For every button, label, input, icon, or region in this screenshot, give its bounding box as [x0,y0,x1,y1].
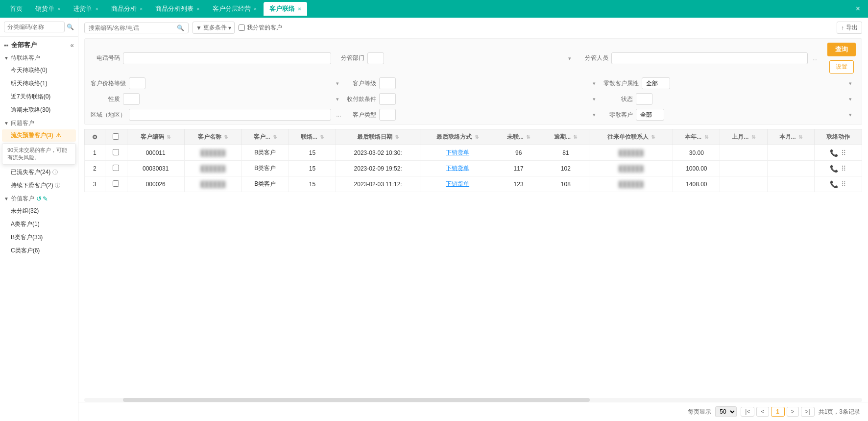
action-phone-icon[interactable]: 📞 [830,149,838,157]
sidebar-item-a-class[interactable]: A类客户(1) [2,218,76,230]
row-last-method[interactable]: 下销货单 [420,161,495,176]
col-last-date[interactable]: 最后联络日期 ⇅ [336,129,420,145]
level-select[interactable] [379,77,396,89]
col-name[interactable]: 客户名称 ⇅ [184,129,241,145]
payment-select[interactable] [379,93,396,105]
zero-customer-select[interactable]: 全部 [636,109,664,121]
status-select[interactable] [636,93,652,105]
col-this-year[interactable]: 本年... ⇅ [673,129,720,145]
row-last-method[interactable]: 下销货单 [420,145,495,161]
my-customers-checkbox-label[interactable]: 我分管的客户 [239,24,282,32]
action-more-icon[interactable]: ⠿ [841,180,846,188]
close-product-analysis-list[interactable]: × [196,2,199,16]
col-last-month[interactable]: 上月... ⇅ [720,129,767,145]
edit-value-icon[interactable]: ✎ [43,195,48,202]
sidebar-group-pending[interactable]: ▼ 待联络客户 [0,51,78,64]
customer-type-select[interactable] [379,109,396,121]
refresh-value-icon[interactable]: ↺ [36,195,42,202]
sidebar-item-overdue[interactable]: 逾期未联络(30) [2,104,76,116]
action-phone-icon[interactable]: 📞 [830,165,838,173]
row-contact-person: ██████ [589,161,673,176]
action-more-icon[interactable]: ⠿ [841,149,846,157]
sidebar-search-input[interactable] [4,22,65,32]
col-unlinked-days[interactable]: 未联... ⇅ [495,129,542,145]
sidebar-item-churn-warning[interactable]: 流失预警客户(3) ⚠ [2,129,76,142]
col-settings-btn[interactable]: ⚙ [85,129,105,145]
region-input[interactable] [129,109,331,121]
staff-more-icon[interactable]: ... [811,55,820,62]
row-checkbox-cell[interactable] [105,161,127,176]
tab-purchase-order[interactable]: 进货单 × [67,2,104,16]
select-all-checkbox[interactable] [113,133,119,140]
row-last-method[interactable]: 下销货单 [420,176,495,192]
sidebar-item-7days[interactable]: 近7天待联络(0) [2,91,76,103]
nature-field: 性质 [91,93,343,105]
sidebar-item-churned[interactable]: 已流失客户(24) ⓘ [2,166,76,178]
sidebar-item-declining[interactable]: 持续下滑客户(2) ⓘ [2,179,76,192]
prev-page-btn[interactable]: < [756,407,769,417]
row-checkbox-1[interactable] [113,165,119,171]
page-navigation: |< < 1 > >| [741,407,814,417]
next-page-btn[interactable]: > [787,407,799,417]
horizontal-scrollbar[interactable] [84,398,862,402]
col-contact-count[interactable]: 联络... ⇅ [289,129,336,145]
nature-select[interactable] [123,93,140,105]
close-purchase-order[interactable]: × [95,2,98,16]
tab-home[interactable]: 首页 [4,2,28,16]
settings-button[interactable]: 设置 [829,60,854,74]
col-last-method[interactable]: 最后联络方式 ⇅ [420,129,495,145]
zero-customer-field: 零散客户 全部 [603,109,856,121]
col-this-month[interactable]: 本月... ⇅ [767,129,814,145]
tab-customer-contact[interactable]: 客户联络 × [264,2,307,16]
sidebar-item-b-class[interactable]: B类客户(33) [2,231,76,244]
sidebar-group-problem[interactable]: ▼ 问题客户 [0,117,78,129]
region-more-icon[interactable]: ... [334,111,343,118]
col-code[interactable]: 客户编码 ⇅ [127,129,184,145]
row-unlinked: 123 [495,176,542,192]
sidebar-collapse-icon[interactable]: « [70,41,74,49]
first-page-btn[interactable]: |< [741,407,754,417]
sidebar-item-tomorrow[interactable]: 明天待联络(1) [2,77,76,90]
col-contact-person[interactable]: 往来单位联系人 ⇅ [589,129,673,145]
page-size-select[interactable]: 50 [715,406,737,417]
row-checkbox-cell[interactable] [105,145,127,161]
close-customer-contact[interactable]: × [298,2,301,16]
col-checkbox-all[interactable] [105,129,127,145]
col-overdue[interactable]: 逾期... ⇅ [542,129,589,145]
sidebar-group-value[interactable]: ▼ 价值客户 ↺ ✎ [0,192,78,204]
my-customers-checkbox[interactable] [239,25,245,31]
scrollbar-thumb[interactable] [123,398,590,402]
export-button[interactable]: ↑ 导出 [837,22,862,34]
row-checkbox-cell[interactable] [105,176,127,192]
action-more-icon[interactable]: ⠿ [841,165,846,173]
tab-product-analysis[interactable]: 商品分析 × [105,2,148,16]
action-phone-icon[interactable]: 📞 [830,180,838,188]
sidebar-item-ungrouped[interactable]: 未分组(32) [2,205,76,217]
close-customer-tier[interactable]: × [254,2,257,16]
tab-customer-tier[interactable]: 客户分层经营 × [207,2,263,16]
tab-product-analysis-list[interactable]: 商品分析列表 × [149,2,205,16]
row-checkbox-2[interactable] [113,180,119,187]
query-settings-col: 查询 设置 [823,43,856,74]
filter-search-icon[interactable]: 🔍 [177,25,184,31]
query-button[interactable]: 查询 [827,43,856,56]
more-conditions-btn[interactable]: ▼ 更多条件 ▾ [193,22,235,34]
filter-search-input[interactable] [89,25,177,31]
col-type[interactable]: 客户... ⇅ [241,129,289,145]
sidebar-item-today[interactable]: 今天待联络(0) [2,64,76,76]
tab-sales-order[interactable]: 销货单 × [29,2,66,16]
close-sales-order[interactable]: × [57,2,60,16]
zero-attr-select[interactable]: 全部 [642,77,670,89]
close-all-tabs[interactable]: × [852,2,864,15]
close-product-analysis[interactable]: × [140,2,143,16]
price-level-select[interactable] [129,77,145,89]
sidebar-search-icon[interactable]: 🔍 [67,24,74,30]
last-page-btn[interactable]: >| [801,407,815,417]
row-last-date: 2023-03-02 10:30: [336,145,420,161]
filter-row-4: 区域（地区） ... 客户类型 零散客户 全 [91,109,856,121]
phone-input[interactable] [123,52,331,64]
row-checkbox-0[interactable] [113,149,119,155]
dept-select[interactable] [367,52,384,64]
sidebar-item-c-class[interactable]: C类客户(6) [2,245,76,257]
staff-input[interactable] [611,52,808,64]
